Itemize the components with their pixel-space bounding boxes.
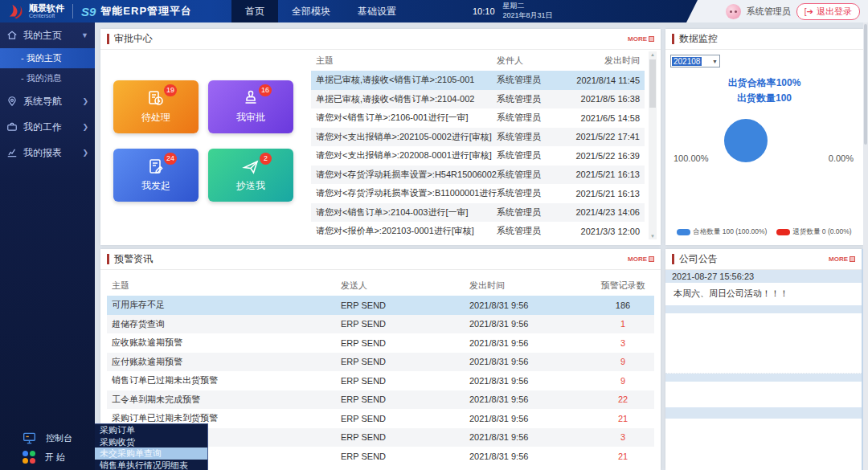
menu-item-purchase-order[interactable]: 采购订单 <box>95 424 207 436</box>
row-subject: 单据已审核,请接收<销售订单>:2104-002 <box>316 93 497 105</box>
table-row[interactable]: 请您对<销售订单>:2106-001进行[一审] 系统管理员 2021/6/5 … <box>311 108 645 128</box>
title-accent-bar <box>672 34 674 44</box>
panel-title: 预警资讯 <box>114 252 153 266</box>
tile-cc-to-me[interactable]: 2 抄送我 <box>208 149 293 202</box>
scroll-up-icon[interactable]: ▲ <box>649 52 657 57</box>
console-label: 控制台 <box>46 432 72 444</box>
console-button[interactable]: 控制台 <box>0 429 95 448</box>
row-subject: 单据已审核,请接收<销售订单>:2105-001 <box>316 74 497 86</box>
start-button[interactable]: 开 始 <box>0 448 95 467</box>
table-row[interactable]: 请您对<销售订单>:2104-003进行[一审] 系统管理员 2021/4/23… <box>311 203 645 223</box>
pie-label-left: 100.00% <box>674 153 708 163</box>
user-avatar[interactable] <box>726 4 741 19</box>
tile-pending[interactable]: 19 待处理 <box>113 80 199 133</box>
logout-button[interactable]: [➔ 退出登录 <box>796 3 860 20</box>
row-count: 1 <box>596 319 649 329</box>
panel-header: 预警资讯 MORE <box>100 249 661 270</box>
tile-my-approvals[interactable]: 16 我审批 <box>208 80 293 133</box>
table-row[interactable]: 请您对<报价单>:202103-0001进行[审核] 系统管理员 2021/3/… <box>311 222 645 241</box>
legend-label: 合格数量 100 (100.00%) <box>693 227 767 237</box>
table-row[interactable]: 请您对<支出报销单>:202105-0002进行[审核] 系统管理员 2021/… <box>311 128 645 147</box>
more-link[interactable]: MORE <box>829 255 855 263</box>
sidebar-item-my-home[interactable]: 我的主页 ▼ <box>0 22 95 48</box>
sidebar-sub-my-home[interactable]: - 我的主页 <box>0 48 95 68</box>
row-sender: ERP SEND <box>341 432 469 442</box>
row-subject: 可用库存不足 <box>112 299 341 311</box>
period-value: 202108 <box>672 57 702 66</box>
s9-logo: S9 <box>81 5 96 18</box>
table-row[interactable]: 应付账款逾期预警 ERP SEND 2021/8/31 9:56 9 <box>107 353 654 372</box>
erp-dashboard: 顺景软件 Centersoft S9 智能ERP管理平台 首页 全部模块 基础设… <box>0 0 868 470</box>
panel-title: 审批中心 <box>114 32 153 46</box>
date-label: 2021年8月31日 <box>503 11 553 19</box>
brand-area: 顺景软件 Centersoft S9 智能ERP管理平台 <box>6 0 192 22</box>
console-icon <box>23 432 36 444</box>
row-subject: 销售订单已过期未出货预警 <box>112 374 341 386</box>
period-select[interactable]: 202108 ▼ <box>670 55 720 67</box>
menu-item-sales-exec-report[interactable]: 销售单执行情况明细表 <box>95 460 207 470</box>
weekday-label: 星期二 <box>503 2 525 10</box>
scroll-down-icon[interactable]: ▼ <box>649 234 657 239</box>
menu-item-open-po-query[interactable]: 未交采购单查询 <box>95 448 207 460</box>
tile-label: 待处理 <box>141 111 170 125</box>
tile-initiated-by-me[interactable]: 24 我发起 <box>113 149 199 202</box>
table-row[interactable]: 请您对<存货浮动耗损率设置>:B11000001进行[审核] 系统管理员 202… <box>311 184 645 203</box>
panel-title: 数据监控 <box>679 32 718 46</box>
more-link[interactable]: MORE <box>628 255 654 263</box>
row-sender: ERP SEND <box>341 338 469 348</box>
table-row[interactable]: 请您对<支出报销单>:202008-0001进行[审核] 系统管理员 2021/… <box>311 146 645 166</box>
table-row[interactable]: 单据已审核,请接收<销售订单>:2105-001 系统管理员 2021/8/14… <box>311 71 645 90</box>
main-nav: 首页 全部模块 基础设置 <box>231 0 410 22</box>
row-subject: 采购订单已过期未到货预警 <box>112 412 341 424</box>
top-bar: 顺景软件 Centersoft S9 智能ERP管理平台 首页 全部模块 基础设… <box>0 0 868 22</box>
table-row[interactable]: 单据已审核,请接收<销售订单>:2104-002 系统管理员 2021/8/5 … <box>311 90 645 109</box>
tile-label: 抄送我 <box>236 179 265 193</box>
announcement-date[interactable]: 2021-08-27 15:56:23 <box>665 270 862 283</box>
sidebar-item-my-reports[interactable]: 我的报表 ❯ <box>0 140 95 166</box>
table-row[interactable]: 工令单到期未完成预警 ERP SEND 2021/8/31 9:56 22 <box>107 390 654 410</box>
table-header-row: 主题 发件人 发出时间 <box>311 50 645 71</box>
announcement-content[interactable]: 本周六、周日公司活动！！！ <box>665 283 862 305</box>
table-row[interactable]: 应收账款逾期预警 ERP SEND 2021/8/31 9:56 3 <box>107 333 654 353</box>
table-row[interactable]: 超储存货查询 ERP SEND 2021/8/31 9:56 1 <box>107 315 654 334</box>
table-scrollbar[interactable]: ▲ ▼ <box>649 51 657 239</box>
ship-qty-text: 出货数量100 <box>665 91 863 106</box>
table-row[interactable]: 请您对<存货浮动耗损率设置>:H54R15006002进行[审核] 系统管理员 … <box>311 166 645 185</box>
table-header-row: 主题 发送人 发出时间 预警记录数 <box>107 275 654 296</box>
scroll-thumb[interactable] <box>649 59 656 108</box>
row-sender: 系统管理员 <box>497 149 563 161</box>
sidebar-taskbar: 控制台 开 始 <box>0 429 95 467</box>
row-subject: 请您对<销售订单>:2106-001进行[一审] <box>316 112 497 124</box>
row-subject: 请您对<报价单>:202103-0001进行[审核] <box>316 225 497 237</box>
row-time: 2021/8/5 16:38 <box>563 94 640 104</box>
tab-basic-settings[interactable]: 基础设置 <box>344 0 410 22</box>
sidebar-item-system-nav[interactable]: 系统导航 ❯ <box>0 88 95 114</box>
table-row[interactable]: 可用库存不足 ERP SEND 2021/8/31 9:56 186 <box>107 296 654 315</box>
menu-item-purchase-receipt[interactable]: 采购收货 <box>95 436 207 448</box>
scroll-thumb[interactable] <box>864 24 867 145</box>
sidebar-item-my-work[interactable]: 我的工作 ❯ <box>0 114 95 140</box>
sidebar-sub-my-messages[interactable]: - 我的消息 <box>0 68 95 88</box>
row-sender: 系统管理员 <box>497 225 563 237</box>
sidebar-item-label: 我的主页 <box>23 29 76 43</box>
home-icon <box>6 30 18 41</box>
tile-label: 我发起 <box>141 179 170 193</box>
page-scrollbar[interactable] <box>863 22 868 470</box>
chevron-right-icon: ❯ <box>82 149 88 157</box>
tab-home[interactable]: 首页 <box>231 0 278 22</box>
table-row[interactable]: 销售订单已过期未出货预警 ERP SEND 2021/8/31 9:56 9 <box>107 371 654 390</box>
row-sender: ERP SEND <box>341 414 469 423</box>
pie-label-right: 0.00% <box>829 153 854 163</box>
row-count: 3 <box>596 432 649 442</box>
location-pin-icon <box>6 96 18 107</box>
sidebar-item-label: 我的报表 <box>23 146 76 160</box>
tab-all-modules[interactable]: 全部模块 <box>278 0 344 22</box>
more-icon <box>850 256 855 262</box>
row-time: 2021/8/31 9:56 <box>469 394 596 404</box>
more-icon <box>649 256 654 262</box>
row-subject: 应付账款逾期预警 <box>112 356 341 368</box>
more-link[interactable]: MORE <box>628 35 654 43</box>
title-accent-bar <box>107 34 109 44</box>
donut-chart[interactable] <box>724 119 768 162</box>
sidebar-item-label: 系统导航 <box>23 95 76 108</box>
